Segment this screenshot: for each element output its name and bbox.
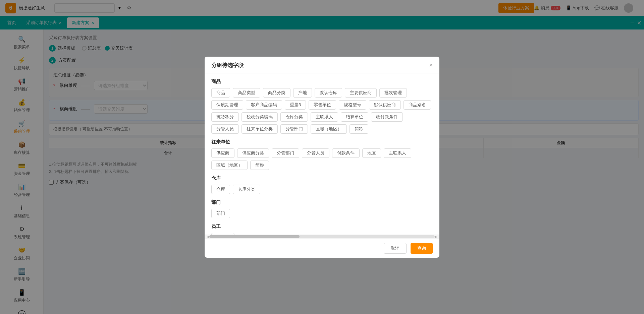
field-tag-shelf-life[interactable]: 保质期管理	[211, 100, 243, 110]
field-tag-partner-payment[interactable]: 付款条件	[332, 148, 360, 158]
field-tag-warehouse-category[interactable]: 仓库分类	[280, 112, 308, 122]
section-staff: 员工 业务员	[211, 224, 433, 235]
field-tag-partner-short[interactable]: 简称	[250, 161, 269, 170]
field-tag-main-contact[interactable]: 主联系人	[311, 112, 338, 122]
modal-title: 分组待选字段	[211, 62, 244, 69]
modal-footer: 取消 查询	[205, 239, 439, 258]
field-tag-default-supplier[interactable]: 默认供应商	[369, 100, 401, 110]
section-partner: 往来单位 供应商 供应商分类 分管部门 分管人员 付款条件 地区 主联系人 区域…	[211, 139, 433, 170]
h-scrollbar-thumb	[209, 235, 300, 238]
section-staff-title: 员工	[211, 224, 433, 230]
field-tag-pick-points[interactable]: 拣货积分	[211, 112, 239, 122]
field-tag-partner-region[interactable]: 地区	[362, 148, 381, 158]
field-tag-partner-category[interactable]: 往来单位分类	[241, 124, 278, 134]
field-tag-product-category[interactable]: 商品分类	[263, 88, 290, 98]
field-tag-product-type[interactable]: 商品类型	[233, 88, 260, 98]
field-tag-settlement-unit[interactable]: 结算单位	[341, 112, 368, 122]
field-tag-partner-dept[interactable]: 分管部门	[272, 148, 299, 158]
modal-cancel-btn[interactable]: 取消	[384, 243, 407, 254]
field-tag-spec[interactable]: 规格型号	[339, 100, 366, 110]
field-tag-partner-staff[interactable]: 分管人员	[302, 148, 329, 158]
modal-body: 商品 商品 商品类型 商品分类 产地 默认仓库 主要供应商 批次管理 保质期管理…	[205, 73, 439, 235]
field-tag-supervisor[interactable]: 分管人员	[211, 124, 239, 134]
modal-scroll-bottom: ◄ ►	[205, 235, 439, 239]
field-tag-dept[interactable]: 部门	[211, 209, 230, 218]
section-dept-title: 部门	[211, 199, 433, 205]
section-warehouse-tags: 仓库 仓库分类	[211, 185, 433, 194]
section-warehouse-title: 仓库	[211, 175, 433, 181]
field-tag-region[interactable]: 区域（地区）	[311, 124, 347, 134]
field-tag-product[interactable]: 商品	[211, 88, 230, 98]
field-tag-dept-supervisor[interactable]: 分管部门	[280, 124, 308, 134]
modal-close-btn[interactable]: ×	[429, 62, 433, 69]
field-tag-origin[interactable]: 产地	[293, 88, 312, 98]
field-tag-supplier[interactable]: 供应商	[211, 148, 234, 158]
section-partner-tags: 供应商 供应商分类 分管部门 分管人员 付款条件 地区 主联系人 区域（地区） …	[211, 148, 433, 170]
field-tag-retail-unit[interactable]: 零售单位	[309, 100, 336, 110]
field-tag-weight[interactable]: 重量3	[285, 100, 306, 110]
field-tag-batch-mgmt[interactable]: 批次管理	[379, 88, 407, 98]
scroll-left-arrow[interactable]: ◄	[206, 235, 209, 239]
field-tag-default-warehouse[interactable]: 默认仓库	[315, 88, 342, 98]
field-tag-supplier-category[interactable]: 供应商分类	[237, 148, 269, 158]
field-tag-customer-code[interactable]: 客户商品编码	[246, 100, 282, 110]
field-tag-product-alias[interactable]: 商品别名	[404, 100, 431, 110]
modal-confirm-btn[interactable]: 查询	[411, 243, 433, 254]
section-product-tags: 商品 商品类型 商品分类 产地 默认仓库 主要供应商 批次管理 保质期管理 客户…	[211, 88, 433, 134]
field-tag-payment-terms[interactable]: 收付款条件	[371, 112, 403, 122]
field-tag-partner-contact[interactable]: 主联系人	[384, 148, 411, 158]
section-product-title: 商品	[211, 79, 433, 85]
field-tag-tax-code[interactable]: 税收分类编码	[241, 112, 278, 122]
h-scrollbar	[209, 235, 435, 238]
modal-overlay: 分组待选字段 × 商品 商品 商品类型 商品分类 产地 默认仓库 主要供应商 批…	[0, 0, 644, 314]
field-tag-warehouse-cat[interactable]: 仓库分类	[233, 185, 260, 194]
field-tag-warehouse[interactable]: 仓库	[211, 185, 230, 194]
field-tag-partner-area[interactable]: 区域（地区）	[211, 161, 248, 170]
section-dept-tags: 部门	[211, 209, 433, 218]
scroll-right-arrow[interactable]: ►	[435, 235, 438, 239]
modal-header: 分组待选字段 ×	[205, 57, 439, 73]
field-selection-modal: 分组待选字段 × 商品 商品 商品类型 商品分类 产地 默认仓库 主要供应商 批…	[205, 57, 439, 258]
section-product: 商品 商品 商品类型 商品分类 产地 默认仓库 主要供应商 批次管理 保质期管理…	[211, 79, 433, 134]
field-tag-main-supplier[interactable]: 主要供应商	[345, 88, 377, 98]
section-dept: 部门 部门	[211, 199, 433, 218]
field-tag-short-name[interactable]: 简称	[350, 124, 368, 134]
section-warehouse: 仓库 仓库 仓库分类	[211, 175, 433, 194]
section-partner-title: 往来单位	[211, 139, 433, 145]
